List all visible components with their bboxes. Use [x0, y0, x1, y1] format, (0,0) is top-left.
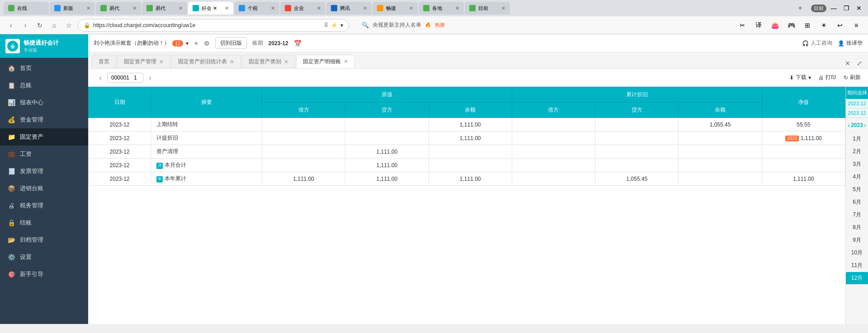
period-month-10[interactable]: 10月: [846, 247, 868, 259]
sidebar-item-工资[interactable]: 💼 工资: [0, 145, 88, 163]
dropdown-icon[interactable]: ▾: [340, 22, 343, 28]
restore-button[interactable]: ❐: [841, 3, 852, 14]
sidebar-item-结账[interactable]: 🔒 结账: [0, 214, 88, 231]
cell-accum-balance-4: [679, 172, 762, 186]
page-tab-close-3[interactable]: ✕: [284, 59, 288, 65]
page-tab-3[interactable]: 固定资产类别✕: [242, 55, 295, 68]
switch-version-button[interactable]: 切到旧版: [215, 38, 247, 49]
period-month-9[interactable]: 9月: [846, 234, 868, 247]
calendar-icon[interactable]: 📅: [294, 40, 302, 47]
print-button[interactable]: 🖨 打印: [818, 74, 836, 81]
sidebar-item-首页[interactable]: 🏠 首页: [0, 60, 88, 77]
page-tab-close-2[interactable]: ✕: [230, 59, 234, 65]
sidebar-item-设置[interactable]: ⚙️ 设置: [0, 249, 88, 266]
browser-tab-2[interactable]: 易代✕: [96, 2, 141, 14]
forward-button[interactable]: ›: [20, 20, 31, 31]
settings-icon[interactable]: ⚙: [204, 40, 210, 47]
account-code-input[interactable]: 000001 1: [107, 73, 143, 83]
support-button[interactable]: 🎧 人工咨询: [802, 39, 832, 47]
tab-close-9[interactable]: ✕: [455, 5, 459, 11]
tab-label-0: 在线: [17, 5, 44, 12]
back-button[interactable]: ‹: [5, 20, 16, 31]
browser-tab-7[interactable]: 腾讯✕: [326, 2, 372, 14]
account-dropdown-icon[interactable]: ▾: [186, 40, 189, 47]
browser-tab-10[interactable]: 目前✕: [465, 2, 510, 14]
scissors-icon[interactable]: ✂: [736, 19, 749, 32]
bookmark-button[interactable]: ☆: [63, 20, 74, 31]
download-button[interactable]: ⬇ 下载 ▾: [789, 74, 811, 81]
page-tab-close-4[interactable]: ✕: [344, 58, 348, 65]
translate-icon[interactable]: 译: [752, 19, 765, 32]
new-tab-button[interactable]: +: [794, 2, 807, 14]
sidebar-item-税务管理[interactable]: 🖨 税务管理: [0, 197, 88, 214]
period-month-1[interactable]: 1月: [846, 133, 868, 145]
refresh-browser-button[interactable]: ↻: [34, 20, 45, 31]
account-selector[interactable]: 刘小艳演示账套（勿删勿动！） 11 ▾: [94, 39, 189, 47]
period-month-6[interactable]: 6月: [846, 196, 868, 209]
expand-tab-button[interactable]: ⤢: [854, 58, 864, 68]
tab-close-8[interactable]: ✕: [409, 5, 413, 11]
tab-favicon-2: [100, 5, 107, 11]
tab-label-1: 新版: [63, 5, 84, 12]
page-tab-close-1[interactable]: ✕: [159, 59, 164, 65]
page-tab-4[interactable]: 固定资产明细账✕: [296, 55, 355, 68]
game-icon[interactable]: 🎮: [785, 19, 797, 32]
period-month-4[interactable]: 4月: [846, 171, 868, 183]
close-tab-button[interactable]: ✕: [843, 58, 853, 68]
tab-close-1[interactable]: ✕: [86, 5, 90, 11]
period-month-2[interactable]: 2月: [846, 145, 868, 158]
browser-tab-1[interactable]: 新版✕: [50, 2, 95, 14]
tab-close-10[interactable]: ✕: [501, 5, 505, 11]
brightness-icon[interactable]: ☀: [817, 19, 830, 32]
tab-close-5[interactable]: ✕: [271, 5, 275, 11]
sidebar-item-总账[interactable]: 📋 总账: [0, 77, 88, 94]
minimize-button[interactable]: —: [828, 3, 839, 14]
browser-tab-4[interactable]: 好会 ✕✕: [188, 2, 233, 14]
prev-year-button[interactable]: ‹: [848, 121, 850, 130]
page-tab-2[interactable]: 固定资产折旧统计表✕: [171, 55, 241, 68]
prev-account-button[interactable]: ‹: [95, 73, 105, 83]
home-browser-button[interactable]: ⌂: [49, 20, 60, 31]
period-month-11[interactable]: 11月: [846, 259, 868, 272]
page-tab-1[interactable]: 固定资产管理✕: [117, 55, 170, 68]
add-account-button[interactable]: +: [194, 39, 198, 47]
period-month-8[interactable]: 8月: [846, 221, 868, 234]
browser-tab-5[interactable]: 个税✕: [234, 2, 279, 14]
menu-icon[interactable]: ≡: [850, 19, 863, 32]
period-month-3[interactable]: 3月: [846, 158, 868, 171]
sidebar-item-新手引导[interactable]: 🎯 新手引导: [0, 266, 88, 283]
tab-close-6[interactable]: ✕: [317, 5, 321, 11]
ledger-table: 日期 摘要 原值 累计折旧 净值 借方 贷方 余额 借方 贷方 余额: [88, 87, 845, 186]
url-bar[interactable]: 🔒 https://cloud.chanjet.com/accounting/u…: [78, 19, 349, 32]
sidebar-item-归档管理[interactable]: 📂 归档管理: [0, 231, 88, 249]
user-name: 徐译华: [846, 39, 863, 47]
period-month-5[interactable]: 5月: [846, 183, 868, 196]
sidebar-item-固定资产[interactable]: 📁 固定资产: [0, 128, 88, 145]
browser-tab-0[interactable]: 在线: [4, 2, 49, 14]
sidebar-item-报表中心[interactable]: 📊 报表中心: [0, 94, 88, 111]
tab-close-7[interactable]: ✕: [363, 5, 367, 11]
browser-tab-9[interactable]: 各地✕: [419, 2, 464, 14]
browser-tab-8[interactable]: 畅捷✕: [373, 2, 418, 14]
period-month-12[interactable]: 12月: [846, 272, 868, 285]
page-tab-0[interactable]: 首页: [92, 55, 116, 68]
cell-accum-balance-1: [679, 131, 762, 145]
wallet-icon[interactable]: 👛: [769, 19, 781, 32]
cell-date-0: 2023-12: [89, 118, 151, 131]
sidebar-item-资金管理[interactable]: 💰 资金管理: [0, 111, 88, 128]
period-month-7[interactable]: 7月: [846, 209, 868, 221]
undo-icon[interactable]: ↩: [834, 19, 846, 32]
tab-close-3[interactable]: ✕: [179, 5, 183, 11]
refresh-button[interactable]: ↻ 刷新: [844, 74, 861, 81]
tab-close-2[interactable]: ✕: [132, 5, 137, 11]
sidebar-item-进销台账[interactable]: 📦 进销台账: [0, 180, 88, 197]
next-year-button[interactable]: ›: [864, 121, 866, 130]
browser-tab-3[interactable]: 易代✕: [142, 2, 187, 14]
browser-tab-6[interactable]: 企业✕: [280, 2, 326, 14]
next-account-button[interactable]: ›: [145, 73, 155, 83]
tab-close-4[interactable]: ✕: [225, 5, 229, 11]
grid-icon[interactable]: ⊞: [801, 19, 814, 32]
close-window-button[interactable]: ✕: [854, 3, 864, 14]
tab-favicon-1: [54, 5, 61, 11]
sidebar-item-发票管理[interactable]: 🧾 发票管理: [0, 163, 88, 180]
